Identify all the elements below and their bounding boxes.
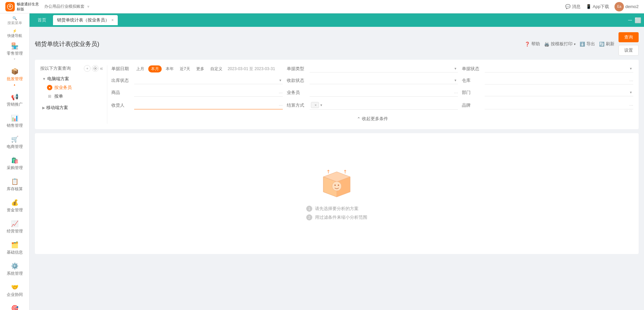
tab-bar-actions: ─ ⬜	[628, 17, 641, 23]
sidebar-item-quick-nav[interactable]: ⚡ 快捷导航	[0, 27, 29, 39]
top-bar-right: 💬 消息 📱 App下载 Ea demo2	[565, 2, 639, 11]
collapse-row: ⌃ 收起更多条件	[111, 114, 633, 124]
receive-status-arrow-icon: ▾	[454, 78, 457, 83]
scheme-pc-label[interactable]: ▼ 电脑端方案	[40, 74, 103, 83]
date-tab-7days[interactable]: 近7天	[178, 65, 192, 72]
query-button[interactable]: 查询	[619, 32, 639, 42]
sidebar-item-enterprise[interactable]: 🤝 企业协同	[0, 280, 29, 301]
page-actions: ❓ 帮助 🖨️ 按模板打印 ▾ ⬇️ 导出 �	[525, 32, 639, 56]
sidebar-item-retail[interactable]: 🏪 零售管理 ▾	[0, 39, 29, 64]
scheme-collapse-button[interactable]: «	[100, 65, 103, 71]
app-download-button[interactable]: 📱 App下载	[586, 4, 609, 10]
collapse-button[interactable]: ⌃ 收起更多条件	[355, 114, 390, 124]
wholesale-arrow-icon: ▴	[14, 83, 15, 86]
message-button[interactable]: 💬 消息	[565, 4, 581, 10]
receive-status-control: ▾	[310, 77, 458, 84]
export-button[interactable]: ⬇️ 导出	[580, 41, 595, 47]
refresh-icon: 🔄	[599, 42, 604, 47]
empty-state: 1 请先选择要分析的方案 2 用过滤条件来缩小分析范围	[35, 147, 639, 241]
filter-date: 单据日期 上月 本月 本年 近7天 更多 自定义 2023-03-01 至 20…	[111, 65, 283, 72]
out-status-label: 出库状态	[111, 78, 131, 84]
goods-input[interactable]	[134, 89, 277, 96]
scheme-add-button[interactable]: +	[84, 65, 91, 72]
svg-point-8	[338, 185, 339, 186]
receiver-control: ···	[134, 101, 283, 109]
finance-icon: 💰	[11, 199, 18, 206]
sidebar-item-basic[interactable]: 🗂️ 基础信息	[0, 238, 29, 259]
doc-status-arrow-icon: ▾	[630, 66, 632, 71]
receive-status-dropdown[interactable]: ▾	[310, 77, 458, 84]
empty-box-svg	[317, 167, 357, 200]
query-button-group: 查询 设置	[619, 32, 639, 56]
filter-warehouse: 仓库 ···	[462, 76, 633, 85]
help-button[interactable]: ❓ 帮助	[525, 41, 540, 47]
export-icon: ⬇️	[580, 42, 585, 47]
scheme-title: 按以下方案查询	[40, 65, 71, 71]
settlement-tag-close[interactable]: ×	[315, 103, 317, 107]
sidebar-item-finance[interactable]: 💰 资金管理	[0, 196, 29, 217]
salesman-dots[interactable]: ···	[454, 90, 458, 95]
doc-status-dropdown[interactable]: ▾	[485, 65, 633, 72]
svg-point-7	[334, 185, 336, 186]
doc-type-dropdown[interactable]: ▾	[310, 65, 458, 72]
goods-label: 商品	[111, 90, 131, 96]
scheme-by-salesman[interactable]: ● 按业务员	[40, 83, 103, 92]
filter-doc-type: 单据类型 ▾	[287, 65, 458, 72]
sidebar-item-sales[interactable]: 📊 销售管理	[0, 111, 29, 132]
date-tab-last-month[interactable]: 上月	[134, 65, 146, 72]
group-expand-icon: ▼	[42, 77, 46, 81]
tab-home[interactable]: 首页	[32, 15, 52, 25]
user-menu[interactable]: Ea demo2	[614, 2, 639, 11]
sidebar-item-inventory[interactable]: 📋 库存核算	[0, 174, 29, 196]
top-bar: 畅捷通好生意 标版 办公用品行业模拟账套 ▾ 💬 消息 📱 App下载 Ea d…	[0, 0, 644, 13]
brand-input[interactable]	[485, 101, 628, 109]
sales-icon: 📊	[11, 114, 18, 122]
filter-doc-status: 单据状态 ▾	[462, 65, 633, 72]
sidebar-item-marketing[interactable]: 📢 营销推广	[0, 90, 29, 111]
empty-hints: 1 请先选择要分析的方案 2 用过滤条件来缩小分析范围	[306, 206, 367, 220]
mobile-group-arrow-icon: ▶	[42, 106, 45, 110]
out-status-dropdown[interactable]: ▾	[134, 77, 283, 84]
filter-brand: 品牌 ···	[462, 101, 633, 109]
sidebar-item-operations[interactable]: 📈 经营管理	[0, 217, 29, 238]
sidebar-item-wholesale[interactable]: 📦 批发管理 ▴	[0, 64, 29, 90]
edit-icon	[93, 66, 97, 70]
scheme-by-order[interactable]: ⊞ 按单	[40, 92, 103, 101]
tab-maximize-icon[interactable]: ⬜	[635, 17, 641, 23]
scheme-group-pc: ▼ 电脑端方案 ● 按业务员 ⊞ 按单	[40, 74, 103, 101]
date-tab-current-month[interactable]: 本月	[148, 65, 162, 72]
page-title: 销货单统计表(按业务员)	[35, 40, 99, 48]
sidebar-item-system[interactable]: ⚙️ 系统管理	[0, 259, 29, 280]
filter-receive-status: 收款状态 ▾	[287, 77, 458, 84]
tab-close-icon[interactable]: ×	[111, 18, 114, 22]
sidebar-item-ecommerce[interactable]: 🛒 电商管理	[0, 132, 29, 153]
tab-minimize-icon[interactable]: ─	[628, 17, 632, 23]
tab-sales-report[interactable]: 销货单统计表（按业务员） ×	[53, 15, 118, 25]
date-tab-current-year[interactable]: 本年	[164, 65, 176, 72]
doc-type-label: 单据类型	[287, 66, 307, 72]
department-dropdown[interactable]: ▾	[485, 89, 633, 96]
refresh-button[interactable]: 🔄 刷新	[599, 41, 614, 47]
doc-type-arrow-icon: ▾	[454, 66, 457, 71]
warehouse-control: ···	[485, 76, 633, 85]
scheme-header-actions: + «	[84, 65, 103, 72]
template-print-button[interactable]: 🖨️ 按模板打印 ▾	[544, 41, 576, 47]
date-tab-custom[interactable]: 自定义	[208, 65, 224, 72]
goods-dots[interactable]: ···	[279, 90, 283, 95]
date-tab-more[interactable]: 更多	[194, 65, 206, 72]
message-icon: 💬	[565, 4, 571, 9]
scheme-edit-button[interactable]	[92, 65, 99, 72]
settings-button[interactable]: 设置	[619, 45, 639, 56]
receiver-dots[interactable]: ···	[279, 102, 283, 108]
search-menu[interactable]: 🔍 搜索菜单	[0, 13, 29, 27]
sidebar-item-newbie[interactable]: 🎯 新手引导	[0, 301, 29, 310]
salesman-input[interactable]	[310, 89, 453, 96]
scheme-header: 按以下方案查询 + «	[40, 65, 103, 72]
warehouse-input[interactable]	[485, 76, 628, 84]
content-area: 首页 销货单统计表（按业务员） × ─ ⬜ 销货单统计表(按业务员)	[30, 13, 644, 310]
receiver-input[interactable]	[134, 101, 277, 109]
warehouse-dots[interactable]: ···	[629, 78, 633, 83]
scheme-mobile-label[interactable]: ▶ 移动端方案	[40, 103, 103, 112]
brand-dots[interactable]: ···	[629, 102, 633, 108]
sidebar-item-purchase[interactable]: 🛍️ 采购管理	[0, 153, 29, 174]
